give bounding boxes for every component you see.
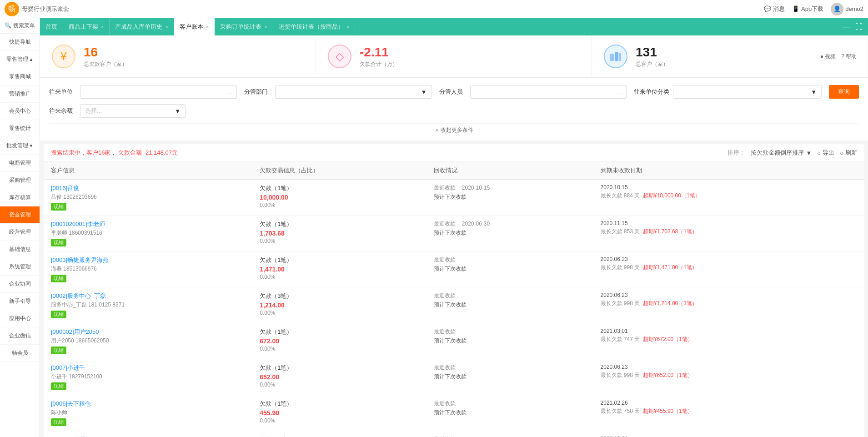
tab-customer-account-close[interactable]: × (206, 24, 209, 30)
tab-products-off-close[interactable]: × (101, 24, 104, 30)
sidebar-item-retail-mall[interactable]: 零售商城 (0, 68, 40, 85)
sidebar-item-purchase[interactable]: 采购管理 (0, 172, 40, 189)
overdue-link-4[interactable]: 超期¥672.00（1笔） (643, 336, 693, 342)
overdue-link-5[interactable]: 超期¥652.00（1笔） (643, 372, 693, 378)
export-btn[interactable]: ○ 导出 (817, 149, 834, 157)
filter-balance-value: 选择... (85, 107, 102, 115)
customer-name-link-3[interactable]: [0002]服务中心_丁磊 (51, 292, 245, 300)
refresh-btn[interactable]: ○ 刷新 (840, 149, 857, 157)
sidebar-item-batch-management[interactable]: 批发管理 ▼ (0, 137, 40, 155)
tab-minimize-icon[interactable]: — (841, 22, 852, 32)
message-icon: 💬 (764, 5, 771, 12)
sidebar-item-retail-management[interactable]: 零售管理 ▲ (0, 51, 40, 68)
debt-amount-6[interactable]: 455.90 (260, 409, 419, 417)
sidebar-item-basic-info[interactable]: 基础信息 (0, 241, 40, 258)
sidebar-item-inventory[interactable]: 库存核算 (0, 189, 40, 206)
customer-name-link-6[interactable]: [0006]去下粮仓 (51, 400, 245, 408)
sidebar-item-guide[interactable]: 新手引导 (0, 293, 40, 310)
debt-amount-5[interactable]: 652.00 (260, 373, 419, 381)
app-download-btn[interactable]: 📱 App下载 (792, 5, 823, 13)
video-btn[interactable]: ● 视频 (820, 53, 836, 60)
sidebar-item-system[interactable]: 系统管理 (0, 258, 40, 276)
payback-recent-0: 最近收款 2020-10-15 (434, 184, 586, 192)
debt-count-2: 欠款（1笔） (260, 256, 419, 264)
overdue-date-1: 2020.11.15 (601, 220, 857, 226)
payback-next-4: 预计下次收款 (434, 337, 586, 345)
overdue-link-1[interactable]: 超期¥1,703.68（1笔） (643, 228, 697, 235)
overdue-date-6: 2021.02.26 (601, 400, 857, 406)
customer-name-link-1[interactable]: [0001020001]李老师 (51, 220, 245, 228)
sidebar-item-operations[interactable]: 经营管理 (0, 224, 40, 241)
data-table: 客户信息 欠款交易信息（占比） 回收情况 到期未收款日期 [0016]吕俊 吕俊… (44, 162, 864, 437)
video-label: 视频 (825, 53, 836, 60)
sidebar-item-enterprise[interactable]: 企业协同 (0, 276, 40, 293)
customer-name-link-0[interactable]: [0016]吕俊 (51, 184, 245, 192)
payback-next-5: 预计下次收款 (434, 373, 586, 381)
table-area: 搜索结果中，客户16家， 欠款金额 -21,148.07元 排序： 按欠款金额倒… (44, 144, 864, 437)
overdue-link-3[interactable]: 超期¥1,214.00（3笔） (643, 300, 697, 306)
cell-overdue-3: 2020.06.23 最长欠款 998 天 超期¥1,214.00（3笔） (593, 287, 864, 323)
filter-unit-category-select[interactable]: ▼ (673, 85, 822, 99)
tab-purchase-summary[interactable]: 采购订单统计表 × (215, 18, 273, 35)
filter-balance-select[interactable]: 选择... ▼ (80, 104, 186, 118)
table-row: [0001020001]李老师 李老师 18600391516 现销 欠款（1笔… (44, 216, 864, 251)
tab-maximize-icon[interactable]: ⛶ (853, 22, 864, 32)
debt-amount-2[interactable]: 1,471.00 (260, 266, 419, 273)
debt-amount-0[interactable]: 10,000.00 (260, 194, 419, 201)
debt-amount-3[interactable]: 1,214.00 (260, 301, 419, 309)
message-btn[interactable]: 💬 消息 (764, 5, 785, 13)
app-download-label: App下载 (801, 5, 823, 13)
sidebar-item-wechat[interactable]: 企业微信 (0, 327, 40, 345)
tab-product-history[interactable]: 产成品入库单历史 × (110, 18, 174, 35)
cell-customer-6: [0006]去下粮仓 陈小帅 现销 (44, 395, 252, 431)
debt-amount-4[interactable]: 672.00 (260, 337, 419, 345)
tab-products-off[interactable]: 商品上下架 × (63, 18, 110, 35)
filter-person-input[interactable]: ... (470, 85, 627, 99)
sort-select[interactable]: 按欠款金额倒序排序 ▼ (751, 149, 812, 157)
cell-overdue-5: 2020.06.23 最长欠款 998 天 超期¥652.00（1笔） (593, 359, 864, 395)
sidebar-item-apps[interactable]: 应用中心 (0, 310, 40, 327)
customer-name-link-2[interactable]: [0003]畅捷服务尹海燕 (51, 256, 245, 264)
customer-name-link-5[interactable]: [0007]小进千 (51, 364, 245, 372)
stat-info-total: 131 总客户（家） (636, 45, 813, 68)
tab-home[interactable]: 首页 (40, 18, 63, 35)
sidebar-search[interactable]: 🔍 搜索菜单 (0, 18, 40, 34)
overdue-link-6[interactable]: 超期¥455.90（1笔） (643, 408, 693, 414)
sidebar-item-vip[interactable]: 畅会员 (0, 345, 40, 362)
search-button[interactable]: 查询 (829, 85, 859, 99)
overdue-amount-value: -2.11 (360, 45, 581, 60)
chevron-down-sort-icon: ▼ (806, 150, 812, 156)
overdue-link-2[interactable]: 超期¥1,471.00（1笔） (643, 264, 697, 271)
table-row: [0006]去下粮仓 陈小帅 现销 欠款（1笔） 455.90 0.00% 最近… (44, 395, 864, 431)
filter-from-unit-input[interactable]: ... (80, 85, 237, 99)
payback-recent-6: 最近收款 (434, 400, 586, 407)
video-icon: ● (820, 53, 823, 60)
tab-purchase-by-product[interactable]: 进货单统计表（按商品） × (273, 18, 355, 35)
stat-info-amount: -2.11 欠款合计（万） (360, 45, 581, 68)
customer-name-link-4[interactable]: [000002]用户2050 (51, 328, 245, 336)
filter-dept-select[interactable]: ▼ (275, 85, 432, 99)
content-area: ¥ 16 总欠款客户（家） ◇ -2.11 欠款合计（万） (40, 35, 868, 437)
tab-purchase-summary-close[interactable]: × (264, 24, 267, 30)
help-btn[interactable]: ? 帮助 (841, 53, 857, 60)
customer-tag-1: 现销 (51, 239, 66, 246)
tab-product-history-close[interactable]: × (165, 24, 168, 30)
debt-percent-5: 0.00% (260, 382, 419, 388)
sidebar-item-member[interactable]: 会员中心 (0, 103, 40, 120)
tab-customer-account-label: 客户账本 (180, 23, 203, 31)
tab-customer-account[interactable]: 客户账本 × (174, 18, 215, 35)
sidebar-item-marketing[interactable]: 营销推广 (0, 85, 40, 103)
overdue-link-0[interactable]: 超期¥10,000.00（1笔） (643, 192, 701, 199)
sidebar-item-retail-stats[interactable]: 零售统计 (0, 120, 40, 137)
sidebar-search-label: 搜索菜单 (13, 22, 35, 29)
sidebar-item-finance[interactable]: 资金管理 (0, 206, 40, 224)
debt-percent-3: 0.00% (260, 310, 419, 316)
user-avatar-btn[interactable]: 👤 demo2 (831, 3, 863, 15)
overdue-days-0: 最长欠款 884 天 超期¥10,000.00（1笔） (601, 192, 857, 200)
debt-amount-1[interactable]: 1,703.68 (260, 230, 419, 237)
tab-purchase-by-product-close[interactable]: × (346, 24, 349, 30)
chevron-down-category-icon: ▼ (811, 89, 817, 95)
customer-tag-4: 现销 (51, 347, 66, 354)
sidebar-item-ecommerce[interactable]: 电商管理 (0, 155, 40, 172)
collapse-btn[interactable]: ∧ 收起更多条件 (49, 123, 859, 137)
